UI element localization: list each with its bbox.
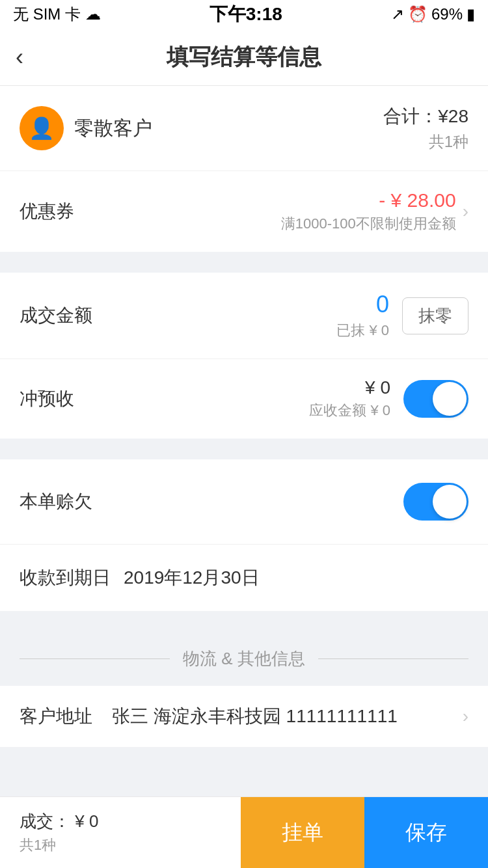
nav-bar: ‹ 填写结算等信息: [0, 29, 488, 86]
hold-button[interactable]: 挂单: [241, 797, 364, 869]
status-right: ↗ ⏰ 69% ▮: [391, 5, 475, 23]
bottom-summary-count: 共1种: [20, 835, 221, 855]
coupon-amount: - ¥ 28.00: [281, 189, 456, 211]
prepaid-sub: 应收金额 ¥ 0: [309, 401, 390, 420]
transaction-sub: 已抹 ¥ 0: [336, 321, 389, 340]
divider-2: [0, 439, 488, 449]
divider-1: [0, 262, 488, 273]
divider-3: [0, 611, 488, 621]
avatar: 👤: [20, 106, 64, 150]
prepaid-toggle[interactable]: [403, 380, 468, 418]
bottom-bar: 成交： ¥ 0 共1种 挂单 保存: [0, 796, 488, 868]
battery-level: 69%: [431, 5, 463, 23]
save-button[interactable]: 保存: [364, 797, 488, 869]
prepaid-right: ¥ 0 应收金额 ¥ 0: [309, 377, 468, 420]
coupon-info: - ¥ 28.00 满1000-100不限制使用金额: [281, 189, 456, 234]
round-zero-button[interactable]: 抹零: [402, 297, 468, 334]
sim-status: 无 SIM 卡 ☁: [13, 4, 101, 25]
customer-section: 👤 零散客户 合计：¥28 共1种 优惠券 - ¥ 28.00 满1000-10…: [0, 86, 488, 252]
back-button[interactable]: ‹: [16, 44, 23, 71]
page-title: 填写结算等信息: [167, 42, 321, 72]
transaction-label: 成交金额: [20, 303, 92, 328]
logistics-header: 物流 & 其他信息: [0, 632, 488, 686]
customer-right: 合计：¥28 共1种: [383, 104, 468, 152]
debt-section: 本单赊欠 收款到期日 2019年12月30日: [0, 459, 488, 611]
prepaid-row: 冲预收 ¥ 0 应收金额 ¥ 0: [0, 359, 488, 439]
prepaid-info: ¥ 0 应收金额 ¥ 0: [309, 377, 390, 420]
transaction-row: 成交金额 0 已抹 ¥ 0 抹零: [0, 273, 488, 359]
prepaid-amount: ¥ 0: [309, 377, 390, 398]
status-time: 下午3:18: [210, 2, 282, 27]
person-icon: 👤: [29, 116, 55, 141]
address-chevron-icon: ›: [463, 706, 468, 727]
due-date-value: 2019年12月30日: [124, 565, 260, 590]
customer-name: 零散客户: [74, 115, 152, 142]
debt-row: 本单赊欠: [0, 459, 488, 545]
debt-toggle[interactable]: [403, 483, 468, 521]
main-content: 👤 零散客户 合计：¥28 共1种 优惠券 - ¥ 28.00 满1000-10…: [0, 86, 488, 835]
customer-row: 👤 零散客户 合计：¥28 共1种: [0, 86, 488, 170]
prepaid-label: 冲预收: [20, 387, 74, 411]
toggle-knob: [433, 382, 467, 416]
bottom-summary: 成交： ¥ 0 共1种: [0, 810, 241, 855]
debt-toggle-knob: [433, 485, 467, 519]
customer-total: 合计：¥28: [383, 104, 468, 129]
chevron-right-icon: ›: [463, 201, 468, 222]
logistics-section: 物流 & 其他信息: [0, 632, 488, 686]
address-value: 张三 海淀永丰科技园 11111111111: [112, 704, 463, 729]
address-row[interactable]: 客户地址 张三 海淀永丰科技园 11111111111 ›: [0, 686, 488, 747]
coupon-desc: 满1000-100不限制使用金额: [281, 214, 456, 234]
debt-label: 本单赊欠: [20, 489, 92, 514]
logistics-title: 物流 & 其他信息: [170, 647, 318, 670]
customer-left: 👤 零散客户: [20, 106, 152, 150]
location-icon: ↗: [391, 5, 404, 23]
logistics-line-left: [20, 658, 170, 659]
transaction-right: 0 已抹 ¥ 0 抹零: [336, 291, 468, 340]
transaction-right-col: 0 已抹 ¥ 0: [336, 291, 389, 340]
coupon-row[interactable]: 优惠券 - ¥ 28.00 满1000-100不限制使用金额 ›: [0, 170, 488, 252]
coupon-label: 优惠券: [20, 199, 74, 224]
status-left: 无 SIM 卡 ☁: [13, 4, 101, 25]
due-date-label: 收款到期日: [20, 565, 111, 590]
address-section: 客户地址 张三 海淀永丰科技园 11111111111 ›: [0, 686, 488, 747]
address-label: 客户地址: [20, 704, 92, 729]
alarm-icon: ⏰: [408, 5, 427, 23]
logistics-line-right: [318, 658, 468, 659]
customer-count: 共1种: [383, 131, 468, 152]
status-bar: 无 SIM 卡 ☁ 下午3:18 ↗ ⏰ 69% ▮: [0, 0, 488, 29]
coupon-right: - ¥ 28.00 满1000-100不限制使用金额 ›: [281, 189, 468, 234]
bottom-summary-label: 成交： ¥ 0: [20, 810, 221, 833]
battery-icon: ▮: [467, 5, 475, 23]
transaction-section: 成交金额 0 已抹 ¥ 0 抹零 冲预收 ¥ 0 应收金额 ¥ 0: [0, 273, 488, 439]
transaction-value: 0: [336, 291, 389, 318]
due-date-row: 收款到期日 2019年12月30日: [0, 545, 488, 611]
